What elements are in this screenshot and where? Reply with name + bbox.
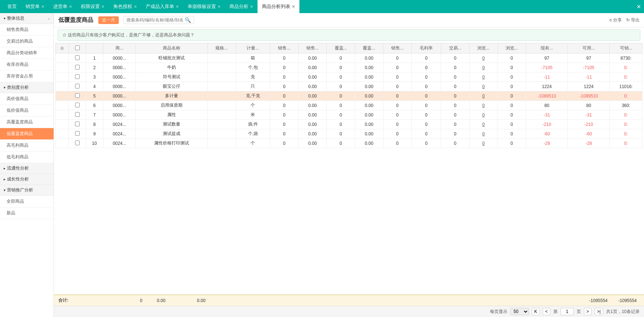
- sidebar-item-category-rate[interactable]: 商品分类动销率: [0, 47, 54, 59]
- col-gross-rate[interactable]: 毛利率: [412, 43, 441, 54]
- nav-goods-analysis-list[interactable]: 商品分析列表 ✕: [258, 0, 299, 13]
- col-sales2[interactable]: 销售...: [383, 43, 412, 54]
- col-stock2[interactable]: 可用...: [568, 43, 610, 54]
- section-category[interactable]: ▾ 类别度分析: [0, 82, 54, 93]
- col-sales-amt[interactable]: 销售...: [298, 43, 327, 54]
- browse-link[interactable]: 0: [482, 84, 485, 89]
- nav-home[interactable]: 首页: [3, 0, 21, 13]
- sidebar-item-low-coverage[interactable]: 低覆盖度商品: [0, 128, 54, 140]
- row-checkbox[interactable]: [75, 65, 80, 70]
- row-checkbox[interactable]: [75, 103, 80, 107]
- col-sales-count[interactable]: 销售...: [270, 43, 299, 54]
- close-all-btn[interactable]: ✕: [636, 3, 641, 10]
- col-stock1[interactable]: 现有...: [526, 43, 568, 54]
- row-checkbox[interactable]: [75, 131, 80, 136]
- close-icon[interactable]: ✕: [292, 4, 295, 9]
- search-input[interactable]: [126, 17, 185, 23]
- sidebar-item-traded-goods[interactable]: 交易过的商品: [0, 36, 54, 47]
- table-cell: 0: [441, 101, 470, 110]
- per-page-select[interactable]: 50 20 100 200: [510, 308, 529, 315]
- sidebar-item-high-value[interactable]: 高价值商品: [0, 93, 54, 105]
- sidebar-item-stock-capital[interactable]: 库存资金占用: [0, 71, 54, 82]
- col-name[interactable]: 商品名称: [136, 43, 208, 54]
- row-checkbox[interactable]: [75, 122, 80, 126]
- sidebar-item-stocked-goods[interactable]: 有库存商品: [0, 59, 54, 71]
- nav-sales[interactable]: 销货单 ✕: [21, 0, 49, 13]
- col-sellable[interactable]: 可销...: [610, 43, 643, 54]
- col-browse1[interactable]: 浏览...: [469, 43, 498, 54]
- close-icon[interactable]: ✕: [69, 4, 72, 9]
- sidebar-item-low-value[interactable]: 低价值商品: [0, 105, 54, 116]
- collapse-icon[interactable]: «: [48, 16, 50, 21]
- section-circulation[interactable]: ▸ 流通性分析: [0, 163, 54, 174]
- sidebar-item-high-coverage[interactable]: 高覆盖度商品: [0, 116, 54, 128]
- sidebar-item-high-margin[interactable]: 高毛利商品: [0, 140, 54, 151]
- col-code[interactable]: 商...: [103, 43, 136, 54]
- table-cell: -7105: [568, 63, 610, 72]
- browse-link[interactable]: 0: [482, 103, 485, 108]
- first-page-btn[interactable]: K: [532, 308, 540, 315]
- select-all-checkbox[interactable]: [75, 45, 80, 50]
- browse-link[interactable]: 0: [482, 131, 485, 136]
- col-checkbox[interactable]: [69, 43, 86, 54]
- table-cell: 4: [86, 82, 103, 91]
- col-cover1[interactable]: 覆盖...: [327, 43, 355, 54]
- section-growth[interactable]: ▸ 成长性分析: [0, 174, 54, 185]
- row-checkbox[interactable]: [75, 112, 80, 117]
- sidebar-item-new-goods[interactable]: 新品: [0, 207, 54, 219]
- close-icon[interactable]: ✕: [41, 4, 44, 9]
- share-button[interactable]: ⎋ 分享: [609, 17, 622, 23]
- row-checkbox[interactable]: [75, 74, 80, 79]
- close-icon[interactable]: ✕: [217, 4, 221, 9]
- col-browse2[interactable]: 浏览...: [498, 43, 526, 54]
- browse-link[interactable]: 0: [482, 122, 485, 127]
- browse-link[interactable]: 0: [482, 94, 485, 99]
- section-marketing[interactable]: ▾ 营销推广分析: [0, 185, 54, 196]
- browse-link[interactable]: 0: [482, 141, 485, 146]
- sidebar-item-all-goods[interactable]: 全部商品: [0, 196, 54, 207]
- table-cell: [56, 54, 69, 63]
- browse-link[interactable]: 0: [482, 112, 485, 118]
- col-cover2[interactable]: 覆盖...: [355, 43, 383, 54]
- close-icon[interactable]: ✕: [134, 4, 137, 9]
- row-checkbox[interactable]: [75, 84, 80, 88]
- prev-page-btn[interactable]: <: [543, 308, 550, 315]
- table-cell: 0: [498, 139, 526, 148]
- nav-product-in[interactable]: 产成品入库单 ✕: [141, 0, 183, 13]
- nav-template[interactable]: 单据模板设置 ✕: [183, 0, 225, 13]
- table-cell: 旺铺批次测试: [136, 54, 208, 63]
- browse-link[interactable]: 0: [482, 75, 485, 80]
- search-icon[interactable]: 🔍: [185, 17, 191, 23]
- period-button[interactable]: 近一月: [98, 16, 119, 24]
- sidebar-item-sales-goods[interactable]: 销售类商品: [0, 24, 54, 36]
- last-page-btn[interactable]: >|: [594, 308, 603, 315]
- table-cell: 0: [383, 91, 412, 101]
- browse-link[interactable]: 0: [482, 65, 485, 70]
- browse-link[interactable]: 0: [482, 56, 485, 61]
- close-icon[interactable]: ✕: [176, 4, 179, 9]
- nav-permission[interactable]: 权限设置 ✕: [76, 0, 109, 13]
- table-container[interactable]: ⚙ 商... 商品名称 规格... 计量... 销售... 销售... 覆盖..…: [54, 43, 644, 294]
- row-checkbox[interactable]: [75, 93, 80, 98]
- table-cell: 8: [86, 120, 103, 129]
- export-button[interactable]: ↻ 导出: [626, 17, 640, 23]
- nav-goods-analysis[interactable]: 商品分析 ✕: [225, 0, 258, 13]
- section-overall[interactable]: ▾ 整体信息 «: [0, 13, 54, 24]
- next-page-btn[interactable]: >: [584, 308, 592, 315]
- page-input[interactable]: [561, 308, 574, 315]
- col-unit[interactable]: 计量...: [236, 43, 270, 54]
- table-cell: 1: [86, 54, 103, 63]
- row-checkbox[interactable]: [75, 55, 80, 60]
- col-settings[interactable]: ⚙: [56, 43, 69, 54]
- col-trans[interactable]: 交易...: [441, 43, 470, 54]
- settings-icon[interactable]: ⚙: [60, 46, 64, 51]
- table-cell: 0000...: [103, 110, 136, 120]
- sidebar-item-low-margin[interactable]: 低毛利商品: [0, 151, 54, 163]
- close-icon[interactable]: ✕: [101, 4, 105, 9]
- col-spec[interactable]: 规格...: [207, 43, 236, 54]
- table-cell: 测试提成: [136, 129, 208, 139]
- nav-purchase[interactable]: 进货单 ✕: [49, 0, 76, 13]
- close-icon[interactable]: ✕: [250, 4, 253, 9]
- row-checkbox[interactable]: [75, 140, 80, 145]
- nav-role[interactable]: 角色授权 ✕: [109, 0, 141, 13]
